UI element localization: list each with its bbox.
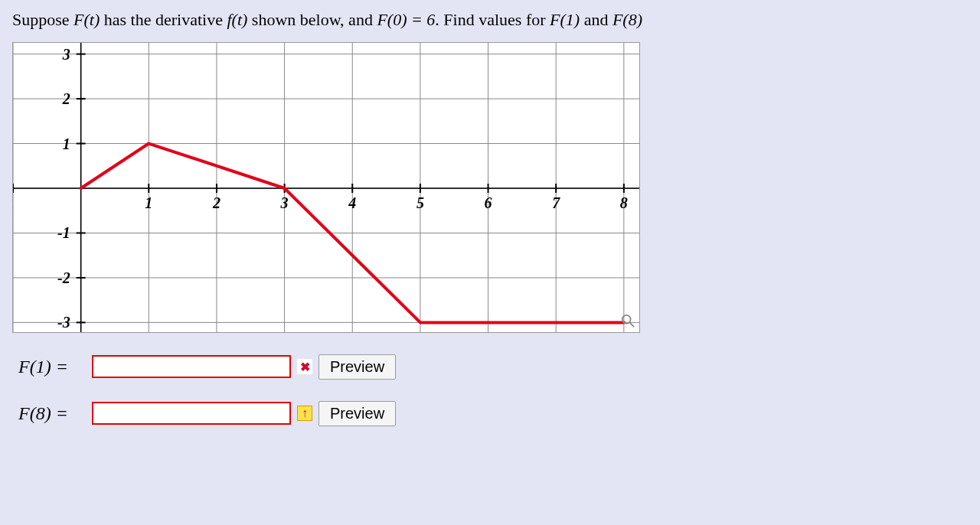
svg-text:2: 2 — [62, 90, 70, 107]
preview-button-F8[interactable]: Preview — [318, 401, 396, 426]
svg-text:-3: -3 — [57, 314, 70, 331]
status-icon-wrong: ✖ — [297, 359, 312, 374]
label-F8: F(8) = — [18, 403, 86, 424]
input-F8[interactable] — [92, 402, 291, 425]
svg-text:-2: -2 — [57, 269, 70, 286]
status-icon-warn: ↑ — [297, 406, 312, 421]
svg-text:1: 1 — [63, 135, 70, 152]
svg-text:3: 3 — [62, 45, 70, 62]
svg-line-50 — [630, 322, 634, 326]
preview-button-F1[interactable]: Preview — [318, 354, 396, 380]
question-prompt: Suppose F(t) has the derivative f(t) sho… — [12, 9, 968, 31]
svg-text:3: 3 — [280, 194, 289, 211]
svg-text:1: 1 — [145, 194, 152, 211]
zoom-icon[interactable] — [621, 314, 635, 328]
svg-text:5: 5 — [416, 194, 424, 211]
answer-row-F8: F(8) = ↑ Preview — [18, 401, 968, 426]
svg-text:6: 6 — [485, 194, 492, 211]
svg-text:4: 4 — [348, 194, 356, 211]
graph-svg: -112345678-3-2-1123 — [13, 43, 640, 333]
svg-text:2: 2 — [212, 194, 220, 211]
answer-area: F(1) = ✖ Preview F(8) = ↑ Preview — [12, 354, 968, 426]
svg-text:-1: -1 — [13, 194, 15, 211]
svg-text:8: 8 — [620, 194, 628, 211]
label-F1: F(1) = — [18, 357, 86, 377]
derivative-graph: -112345678-3-2-1123 — [12, 42, 640, 333]
answer-row-F1: F(1) = ✖ Preview — [18, 354, 968, 380]
svg-point-49 — [622, 315, 631, 323]
svg-text:-1: -1 — [57, 224, 70, 241]
input-F1[interactable] — [92, 355, 291, 378]
svg-text:7: 7 — [552, 194, 560, 211]
